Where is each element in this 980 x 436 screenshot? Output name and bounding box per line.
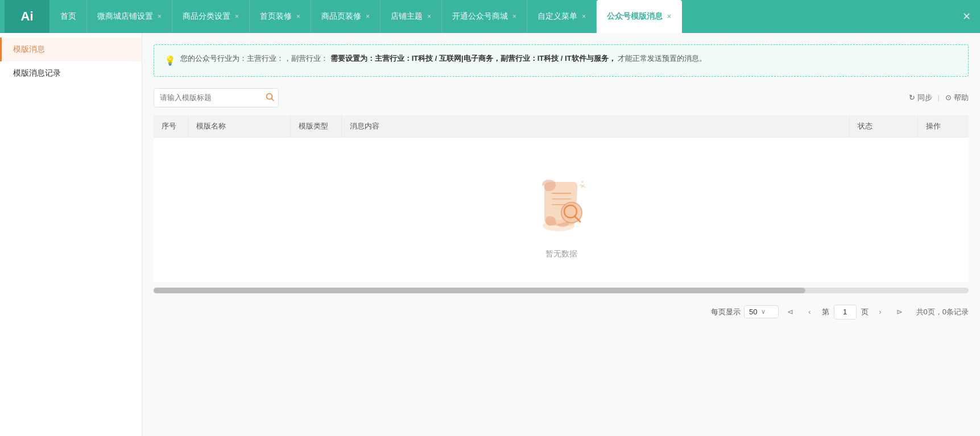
current-page-input[interactable] (834, 305, 857, 319)
tab-open-wechat-store[interactable]: 开通公众号商城 × (442, 0, 527, 33)
tab-home[interactable]: 首页 (50, 0, 87, 33)
sync-label: 同步 (917, 93, 932, 103)
table-body: 暂无数据 (154, 137, 969, 282)
table-header-row: 序号 模版名称 模版类型 消息内容 状态 操作 (154, 115, 969, 138)
col-header-status: 状态 (849, 115, 917, 138)
pagination: 每页显示 50 ∨ ⊲ ‹ 第 页 › ⊳ 共0页，0条记录 (154, 299, 969, 322)
tab-wechat-shop-settings[interactable]: 微商城店铺设置 × (87, 0, 172, 33)
app-logo: Ai (5, 0, 50, 33)
col-header-content: 消息内容 (341, 115, 849, 138)
empty-state: 暂无数据 (154, 138, 969, 282)
page-prev-button[interactable]: ‹ (803, 305, 817, 319)
close-tab-product-category[interactable]: × (235, 13, 239, 20)
close-tab-custom-menu[interactable]: × (582, 13, 586, 20)
table-empty-row: 暂无数据 (154, 137, 969, 282)
col-header-name: 模版名称 (188, 115, 290, 138)
horizontal-scrollbar[interactable] (154, 288, 969, 293)
table-head: 序号 模版名称 模版类型 消息内容 状态 操作 (154, 115, 969, 138)
page-label-suffix: 页 (861, 307, 869, 317)
close-tab-shop-theme[interactable]: × (427, 13, 431, 20)
tab-homepage-decoration[interactable]: 首页装修 × (250, 0, 311, 33)
sidebar-item-template-message-records[interactable]: 模版消息记录 (0, 61, 142, 85)
per-page-label: 每页显示 (711, 307, 741, 317)
search-input[interactable] (154, 88, 279, 107)
page-first-button[interactable]: ⊲ (783, 305, 798, 319)
tab-shop-theme[interactable]: 店铺主题 × (381, 0, 442, 33)
per-page-select: 每页显示 50 ∨ (711, 305, 778, 318)
toolbar-right: ↻ 同步 | ⊙ 帮助 (909, 93, 969, 103)
page-label-prefix: 第 (822, 307, 829, 317)
notice-text: 您的公众号行业为：主营行业：，副营行业： 需要设置为：主营行业：IT科技 / 互… (180, 53, 706, 65)
help-button[interactable]: ⊙ 帮助 (945, 93, 969, 103)
close-all-tabs-button[interactable]: ✕ (962, 10, 971, 23)
close-tab-wechat-shop-settings[interactable]: × (158, 13, 162, 20)
help-icon: ⊙ (945, 93, 952, 102)
close-tab-wechat-template-msg[interactable]: × (667, 13, 671, 20)
per-page-value: 50 (749, 308, 757, 316)
page-total: 共0页，0条记录 (916, 307, 969, 317)
sidebar: 模版消息 模版消息记录 (0, 33, 142, 436)
notice-box: 💡 您的公众号行业为：主营行业：，副营行业： 需要设置为：主营行业：IT科技 /… (154, 44, 969, 77)
page-next-button[interactable]: › (873, 305, 888, 319)
tab-product-page-decoration[interactable]: 商品页装修 × (311, 0, 381, 33)
svg-line-1 (272, 98, 274, 101)
tab-wechat-template-msg[interactable]: 公众号模版消息 × (597, 0, 682, 33)
close-tab-product-page-decoration[interactable]: × (366, 13, 370, 20)
close-tab-homepage-decoration[interactable]: × (296, 13, 300, 20)
tab-product-category[interactable]: 商品分类设置 × (172, 0, 250, 33)
data-table: 序号 模版名称 模版类型 消息内容 状态 操作 (154, 115, 969, 282)
main-content: 💡 您的公众号行业为：主营行业：，副营行业： 需要设置为：主营行业：IT科技 /… (142, 33, 980, 436)
close-tab-open-wechat-store[interactable]: × (512, 13, 516, 20)
help-label: 帮助 (954, 93, 969, 103)
notice-highlight: 需要设置为：主营行业：IT科技 / 互联网|电子商务，副营行业：IT科技 / I… (330, 54, 616, 63)
search-bar: ↻ 同步 | ⊙ 帮助 (154, 88, 969, 107)
svg-point-11 (581, 181, 584, 183)
search-button[interactable] (266, 93, 274, 103)
page-layout: 模版消息 模版消息记录 💡 您的公众号行业为：主营行业：，副营行业： 需要设置为… (0, 33, 980, 436)
col-header-index: 序号 (154, 115, 188, 138)
svg-line-10 (580, 185, 585, 188)
col-header-type: 模版类型 (290, 115, 341, 138)
scrollbar-thumb[interactable] (154, 288, 805, 293)
sidebar-item-template-message[interactable]: 模版消息 (0, 38, 142, 61)
per-page-dropdown[interactable]: 50 ∨ (744, 305, 778, 318)
per-page-chevron-icon: ∨ (761, 308, 766, 315)
top-nav: Ai 首页 微商城店铺设置 × 商品分类设置 × 首页装修 × 商品页装修 × … (0, 0, 980, 33)
search-input-wrap (154, 88, 279, 107)
empty-illustration (527, 172, 596, 240)
empty-text: 暂无数据 (545, 249, 577, 259)
tab-custom-menu[interactable]: 自定义菜单 × (527, 0, 597, 33)
toolbar-divider: | (938, 93, 940, 102)
col-header-action: 操作 (917, 115, 969, 138)
page-last-button[interactable]: ⊳ (892, 305, 907, 319)
sync-button[interactable]: ↻ 同步 (909, 93, 932, 103)
notice-icon: 💡 (164, 53, 176, 68)
sync-icon: ↻ (909, 93, 915, 102)
